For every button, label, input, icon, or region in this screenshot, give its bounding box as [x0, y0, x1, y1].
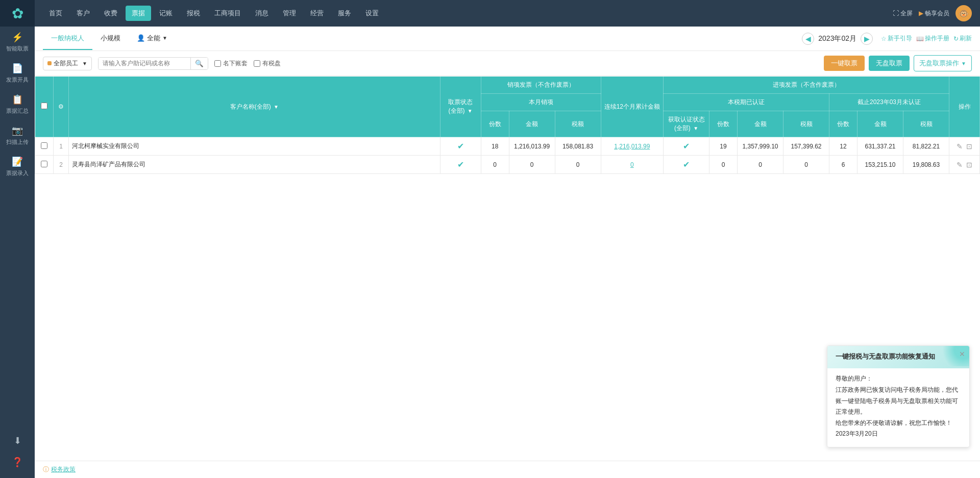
th-purchase-unrecognized-count: 份数: [829, 111, 857, 137]
edit-icon[interactable]: ✎: [957, 161, 963, 169]
status-check-icon: ✔: [457, 142, 464, 150]
notification-close-button[interactable]: ✕: [959, 350, 965, 358]
cumulative-link[interactable]: 0: [630, 161, 634, 168]
tax-disk-checkbox[interactable]: [254, 60, 260, 67]
th-checkbox-col: [35, 77, 54, 137]
th-status-col: 取票状态 (全部) ▼: [440, 77, 481, 137]
tax-policy-link[interactable]: 税务政策: [51, 465, 76, 474]
manual-link[interactable]: 📖 操作手册: [916, 34, 949, 43]
nav-business[interactable]: 工商项目: [208, 6, 247, 21]
row-sales-tax: 158,081.83: [555, 137, 601, 156]
nav-billing[interactable]: 收费: [98, 6, 124, 21]
sidebar-item-invoice-summary[interactable]: 📋 票据汇总: [0, 89, 35, 120]
sidebar-item-scan-upload[interactable]: 📷 扫描上传: [0, 120, 35, 151]
th-purchase-recognized-group: 本税期已认证: [664, 94, 829, 111]
notification-greeting: 尊敬的用户：: [836, 373, 961, 385]
nav-home[interactable]: 首页: [43, 6, 68, 21]
view-icon[interactable]: ⊡: [966, 161, 972, 169]
invoice-table: ⚙ 客户名称(全部) ▼ 取票状态 (全部) ▼ 销项发票（不含作废票） 连续1…: [35, 76, 980, 174]
th-purchase-unrecognized-group: 截止2023年03月未认证: [829, 94, 949, 111]
cert-status-filter-icon[interactable]: ▼: [693, 125, 698, 131]
nav-settings[interactable]: 设置: [359, 6, 385, 21]
fullscreen-icon: ⛶: [893, 10, 899, 17]
th-cumulative-col: 连续12个月累计金额: [601, 77, 663, 137]
th-purchase-cert-status: 获取认证状态 (全部) ▼: [664, 111, 709, 137]
th-purchase-recognized-tax: 税额: [783, 111, 829, 137]
more-dropdown-icon: ▼: [961, 61, 966, 66]
search-input[interactable]: [99, 58, 190, 69]
one-click-button[interactable]: 一键取票: [824, 56, 865, 71]
sidebar-item-help[interactable]: ❓: [0, 451, 35, 473]
nav-customer[interactable]: 客户: [70, 6, 96, 21]
all-tab-icon: 👤: [137, 34, 145, 42]
no-disk-more-button[interactable]: 无盘取票操作 ▼: [914, 55, 972, 71]
row-purchase-unrecognized-count: 12: [829, 137, 857, 156]
sidebar-item-data-entry[interactable]: 📝 票据录入: [0, 151, 35, 182]
row-company: 灵寿县尚泽矿产品有限公司: [69, 156, 440, 174]
row-sales-tax: 0: [555, 156, 601, 174]
search-button[interactable]: 🔍: [190, 58, 208, 69]
row-purchase-unrecognized-tax: 81,822.21: [903, 137, 949, 156]
date-next-button[interactable]: ▶: [861, 33, 873, 45]
sidebar-item-smart-tax[interactable]: ⚡ 智能取票: [0, 27, 35, 58]
row-status: ✔: [440, 156, 481, 174]
nav-invoice[interactable]: 票据: [126, 6, 151, 21]
th-sales-count: 份数: [481, 111, 509, 137]
employee-select[interactable]: 全部员工 ▼: [43, 57, 92, 70]
company-filter-icon[interactable]: ▼: [274, 104, 279, 110]
row-purchase-cert-status: ✔: [664, 137, 709, 156]
cumulative-link[interactable]: 1,216,013.99: [614, 143, 650, 150]
nav-accounting[interactable]: 记账: [153, 6, 179, 21]
row-actions: ✎ ⊡: [949, 137, 980, 156]
invoice-summary-icon: 📋: [12, 94, 23, 105]
row-purchase-cert-status: ✔: [664, 156, 709, 174]
notification-date: 2023年3月20日: [836, 429, 961, 440]
nav-service[interactable]: 服务: [332, 6, 357, 21]
nav-message[interactable]: 消息: [249, 6, 275, 21]
prev-arrow-icon: ◀: [805, 35, 811, 43]
row-checkbox[interactable]: [41, 142, 47, 149]
row-actions: ✎ ⊡: [949, 156, 980, 174]
nav-manage[interactable]: 管理: [277, 6, 302, 21]
sidebar-item-download[interactable]: ⬇: [0, 430, 35, 451]
row-status: ✔: [440, 137, 481, 156]
view-icon[interactable]: ⊡: [966, 142, 972, 150]
sub-tabs-bar: 一般纳税人 小规模 👤 全能 ▼ ◀ 2023年02月 ▶: [35, 27, 980, 51]
tab-general-taxpayer[interactable]: 一般纳税人: [43, 28, 92, 50]
edit-icon[interactable]: ✎: [957, 142, 963, 150]
nav-tax[interactable]: 报税: [181, 6, 206, 21]
refresh-link[interactable]: ↻ 刷新: [953, 34, 972, 43]
row-checkbox-cell[interactable]: [35, 137, 54, 156]
invoice-open-icon: 📄: [12, 63, 23, 74]
sidebar-item-invoice-open[interactable]: 📄 发票开具: [0, 58, 35, 89]
nav-operation[interactable]: 经营: [304, 6, 330, 21]
select-all-checkbox[interactable]: [41, 103, 47, 109]
tab-all[interactable]: 👤 全能 ▼: [129, 28, 176, 50]
th-purchase-recognized-amount: 金额: [738, 111, 783, 137]
row-number: 2: [54, 156, 69, 174]
smart-tax-icon: ⚡: [12, 32, 23, 43]
member-btn[interactable]: ▶ 畅享会员: [919, 9, 949, 18]
settings-icon[interactable]: ⚙: [58, 103, 64, 110]
user-avatar[interactable]: 🐵: [955, 5, 972, 21]
th-action-col: 操作: [949, 77, 980, 137]
notification-scroll[interactable]: 尊敬的用户： 江苏政务网已恢复访问电子税务局功能，您代账一键登陆电子税务局与无盘…: [836, 373, 961, 440]
table-row: 1 河北柯摩械实业有限公司 ✔ 18 1,216,013.99 158,081.…: [35, 137, 980, 156]
no-disk-button[interactable]: 无盘取票: [869, 56, 910, 71]
fullscreen-btn[interactable]: ⛶ 全屏: [893, 9, 913, 18]
mine-checkbox[interactable]: [214, 60, 221, 67]
date-prev-button[interactable]: ◀: [802, 33, 814, 45]
row-purchase-unrecognized-amount: 153,215.10: [857, 156, 903, 174]
tax-disk-checkbox-label[interactable]: 有税盘: [254, 59, 281, 68]
status-filter-icon[interactable]: ▼: [468, 108, 473, 114]
top-navigation: 首页 客户 收费 票据 记账 报税 工商项目 消息 管理 经营 服务 设置 ⛶ …: [35, 0, 980, 27]
tab-small-scale[interactable]: 小规模: [92, 28, 129, 50]
mine-checkbox-label[interactable]: 名下账套: [214, 59, 248, 68]
tax-policy-icon: ⓘ: [43, 465, 49, 474]
date-navigation: ◀ 2023年02月 ▶: [802, 33, 873, 45]
new-guide-link[interactable]: ☆ 新手引导: [881, 34, 912, 43]
row-purchase-recognized-tax: 157,399.62: [783, 137, 829, 156]
scan-upload-icon: 📷: [12, 125, 23, 136]
row-checkbox[interactable]: [41, 161, 47, 167]
row-checkbox-cell[interactable]: [35, 156, 54, 174]
